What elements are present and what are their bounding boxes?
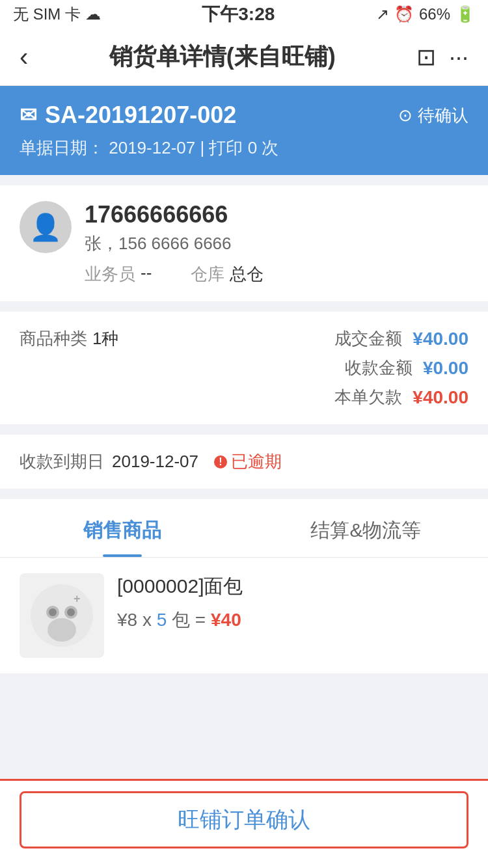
product-price-row: ¥8 x 5 包 = ¥40 <box>117 608 468 632</box>
tab-sales-label: 销售商品 <box>83 519 161 541</box>
overdue-warning-icon: ! <box>214 455 227 468</box>
battery-level: 66% <box>419 5 450 23</box>
product-equals: = <box>195 610 211 630</box>
battery-icon: 🔋 <box>455 5 475 23</box>
customer-meta: 业务员 -- 仓库 总仓 <box>85 263 468 286</box>
sim-status: 无 SIM 卡 ☁ <box>13 4 101 25</box>
overdue-badge: ! 已逾期 <box>206 448 290 476</box>
received-label: 收款金额 <box>345 357 413 379</box>
product-logo-icon: + <box>29 583 94 648</box>
more-button[interactable]: ··· <box>449 44 468 71</box>
customer-phone: 17666666666 <box>85 201 468 228</box>
avatar-icon: 👤 <box>29 212 62 243</box>
product-multiply: x <box>142 610 157 630</box>
product-details: [0000002]面包 ¥8 x 5 包 = ¥40 <box>117 573 468 632</box>
location-icon: ↗ <box>376 5 389 23</box>
customer-name: 张，156 6666 6666 <box>85 232 468 255</box>
order-header-card: ✉ SA-20191207-002 ⊙ 待确认 单据日期： 2019-12-07… <box>0 86 488 175</box>
tabs-section: 销售商品 结算&物流等 <box>0 499 488 674</box>
tabs-row: 销售商品 结算&物流等 <box>0 499 488 558</box>
transaction-label: 成交金额 <box>334 327 402 350</box>
order-number-text: SA-20191207-002 <box>45 102 236 129</box>
warehouse-label: 仓库 <box>191 263 224 286</box>
owed-row: 本单欠款 ¥40.00 <box>334 386 468 409</box>
order-date: 2019-12-07 <box>109 138 195 157</box>
order-status-badge: ⊙ 待确认 <box>398 104 468 127</box>
overdue-text: 已逾期 <box>231 450 282 473</box>
confirm-button-label: 旺铺订单确认 <box>178 805 310 835</box>
tab-sales-products[interactable]: 销售商品 <box>0 499 244 557</box>
svg-text:+: + <box>74 592 81 605</box>
wangpu-confirm-button[interactable]: 旺铺订单确认 <box>20 791 468 848</box>
received-row: 收款金额 ¥0.00 <box>345 357 468 379</box>
sales-rep-value: -- <box>141 263 152 286</box>
status-bar-right: ↗ ⏰ 66% 🔋 <box>376 5 475 23</box>
page-title: 销货单详情(来自旺铺) <box>109 41 336 73</box>
table-row: + [0000002]面包 ¥8 x 5 包 = ¥40 <box>0 558 488 674</box>
amounts-column: 成交金额 ¥40.00 收款金额 ¥0.00 本单欠款 ¥40.00 <box>334 327 468 409</box>
nav-right: ⊡ ··· <box>416 44 468 71</box>
svg-point-4 <box>67 608 75 616</box>
customer-section: 👤 17666666666 张，156 6666 6666 业务员 -- 仓库 … <box>0 185 488 301</box>
customer-avatar: 👤 <box>20 201 72 253</box>
product-unit: 包 <box>172 610 190 630</box>
due-date-value: 2019-12-07 <box>112 452 198 472</box>
owed-label: 本单欠款 <box>334 386 402 409</box>
order-icon: ✉ <box>20 103 37 128</box>
nav-left: ‹ <box>20 42 28 72</box>
owed-value: ¥40.00 <box>413 387 468 408</box>
status-bar-left: 无 SIM 卡 ☁ <box>13 4 101 25</box>
svg-point-3 <box>49 608 57 616</box>
transaction-value: ¥40.00 <box>413 329 468 349</box>
summary-section: 商品种类 1种 成交金额 ¥40.00 收款金额 ¥0.00 本单欠款 ¥40.… <box>0 312 488 424</box>
received-value: ¥0.00 <box>423 358 468 379</box>
date-label: 单据日期： <box>20 138 104 157</box>
tab-settlement-label: 结算&物流等 <box>310 519 421 541</box>
tab-settlement[interactable]: 结算&物流等 <box>244 499 488 557</box>
print-info: | 打印 0 次 <box>200 138 278 157</box>
sales-rep-label: 业务员 <box>85 263 135 286</box>
category-item: 商品种类 1种 <box>20 327 118 350</box>
share-button[interactable]: ⊡ <box>416 44 436 71</box>
sales-rep-item: 业务员 -- <box>85 263 152 286</box>
product-list: + [0000002]面包 ¥8 x 5 包 = ¥40 <box>0 558 488 674</box>
back-button[interactable]: ‹ <box>20 42 28 72</box>
alarm-icon: ⏰ <box>394 5 414 23</box>
status-bar-time: 下午3:28 <box>202 2 275 27</box>
product-quantity: 5 <box>157 610 167 630</box>
warehouse-item: 仓库 总仓 <box>191 263 264 286</box>
bottom-bar: 旺铺订单确认 <box>0 779 488 868</box>
warehouse-value: 总仓 <box>230 263 264 286</box>
due-date-label: 收款到期日 <box>20 450 104 473</box>
due-date-section: 收款到期日 2019-12-07 ! 已逾期 <box>0 435 488 489</box>
customer-info: 17666666666 张，156 6666 6666 业务员 -- 仓库 总仓 <box>85 201 468 286</box>
status-icon: ⊙ <box>398 105 413 126</box>
order-number: ✉ SA-20191207-002 <box>20 102 236 129</box>
product-price: ¥8 <box>117 610 137 630</box>
category-label: 商品种类 <box>20 327 87 350</box>
nav-bar: ‹ 销货单详情(来自旺铺) ⊡ ··· <box>0 29 488 86</box>
product-name: [0000002]面包 <box>117 573 468 600</box>
product-total: ¥40 <box>211 610 241 630</box>
svg-point-6 <box>47 618 76 642</box>
category-value: 1种 <box>92 327 118 350</box>
status-bar: 无 SIM 卡 ☁ 下午3:28 ↗ ⏰ 66% 🔋 <box>0 0 488 29</box>
status-text: 待确认 <box>418 104 468 127</box>
product-thumbnail: + <box>20 573 104 658</box>
order-date-row: 单据日期： 2019-12-07 | 打印 0 次 <box>20 137 468 159</box>
transaction-row: 成交金额 ¥40.00 <box>334 327 468 350</box>
